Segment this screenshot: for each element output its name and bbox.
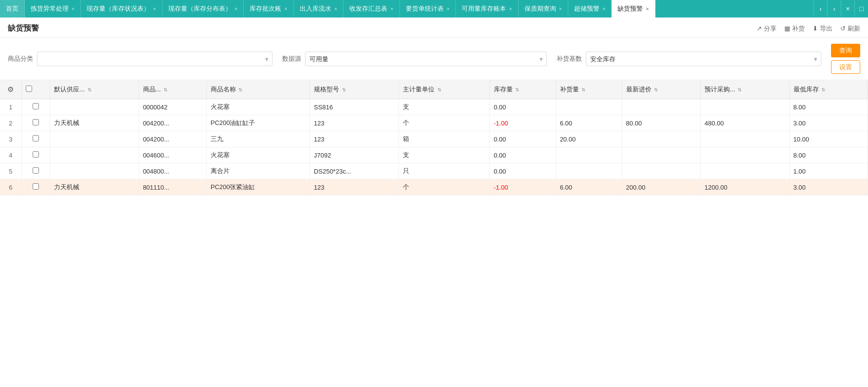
next-tab-button[interactable]: ›: [827, 0, 841, 18]
row-checkbox-cell[interactable]: [21, 131, 50, 147]
col-default-supplier[interactable]: 默认供应... ⇅: [50, 80, 139, 99]
tab-item-collect-total[interactable]: 收发存汇总表×: [344, 0, 399, 18]
col-stock-qty[interactable]: 库存量 ⇅: [489, 80, 556, 99]
row-checkbox[interactable]: [33, 135, 39, 141]
col-product-code-label: 商品...: [143, 86, 161, 93]
tab-item-expiry-query[interactable]: 保质期查询×: [519, 0, 568, 18]
tab-close-button[interactable]: ×: [72, 6, 74, 12]
refresh-icon: ↺: [840, 25, 846, 32]
row-stock-qty: 0.00: [489, 147, 556, 163]
page-header: 缺货预警 ↗ 分享 ▦ 补货 ⬇ 导出 ↺ 刷新: [0, 18, 868, 38]
column-settings-button[interactable]: ⚙: [6, 84, 15, 95]
tab-close-button[interactable]: ×: [559, 6, 562, 12]
col-spec[interactable]: 规格型号 ⇅: [310, 80, 399, 99]
row-checkbox[interactable]: [33, 167, 39, 174]
row-default-supplier: [50, 163, 139, 179]
tab-item-overstock[interactable]: 超储预警×: [568, 0, 612, 18]
filter-actions: 查询 设置: [831, 44, 860, 74]
tab-label: 库存批次账: [250, 4, 281, 13]
export-action[interactable]: ⬇ 导出: [813, 24, 832, 33]
tab-close-button[interactable]: ×: [509, 6, 512, 12]
col-product-name[interactable]: 商品名称 ⇅: [206, 80, 309, 99]
category-select[interactable]: [37, 52, 272, 66]
tab-item-inventory-dist[interactable]: 现存量（库存分布表）×: [163, 0, 244, 18]
replenish-basis-label: 补货基数: [557, 54, 582, 63]
row-checkbox[interactable]: [33, 103, 39, 109]
query-button[interactable]: 查询: [831, 44, 860, 57]
row-checkbox[interactable]: [33, 183, 39, 190]
datasource-select[interactable]: 可用量: [305, 52, 547, 66]
tab-item-inventory-status[interactable]: 现存量（库存状况表）×: [81, 0, 162, 18]
tab-item-batch-account[interactable]: 库存批次账×: [244, 0, 293, 18]
select-all-checkbox[interactable]: [26, 86, 32, 92]
tab-item-exception[interactable]: 拣货异常处理×: [25, 0, 81, 18]
row-product-code: 004600...: [139, 147, 206, 163]
settings-button[interactable]: 设置: [831, 60, 860, 74]
filter-area: 商品分类 数据源 可用量 补货基数 安全库存 查询: [0, 38, 868, 80]
col-product-code[interactable]: 商品... ⇅: [139, 80, 206, 99]
row-checkbox[interactable]: [33, 151, 39, 158]
row-product-name: 离合片: [206, 163, 309, 179]
tab-label: 首页: [6, 4, 18, 13]
row-latest-price: [622, 99, 700, 115]
table-row: 5 004800... 离合片 DS250*23c... 只 0.00 1.00: [0, 163, 868, 179]
replenish-basis-filter-group: 补货基数 安全库存: [557, 52, 821, 66]
col-settings[interactable]: ⚙: [0, 80, 21, 99]
row-num: 4: [0, 147, 21, 163]
row-checkbox-cell[interactable]: [21, 163, 50, 179]
col-est-purchase[interactable]: 预计采购... ⇅: [700, 80, 789, 99]
table-row: 6 力天机械 801110... PC200张紧油缸 123 个 -1.00 6…: [0, 179, 868, 195]
tab-close-button[interactable]: ×: [602, 6, 605, 12]
tab-close-button[interactable]: ×: [646, 6, 649, 12]
tab-item-order-stats[interactable]: 要货单统计表×: [400, 0, 456, 18]
tab-close-button[interactable]: ×: [334, 6, 337, 12]
maximize-button[interactable]: □: [854, 0, 868, 18]
tab-item-shortage[interactable]: 缺货预警×: [612, 0, 655, 18]
col-replenish-qty[interactable]: 补货量 ⇅: [556, 80, 622, 99]
replenish-action[interactable]: ▦ 补货: [784, 24, 805, 33]
page-title: 缺货预警: [8, 23, 39, 34]
close-window-button[interactable]: ×: [841, 0, 854, 18]
prev-tab-button[interactable]: ‹: [814, 0, 827, 18]
row-checkbox-cell[interactable]: [21, 179, 50, 195]
row-default-supplier: [50, 131, 139, 147]
row-checkbox[interactable]: [33, 119, 39, 125]
share-action[interactable]: ↗ 分享: [757, 24, 777, 33]
tab-item-home[interactable]: 首页: [0, 0, 25, 18]
row-product-name: PC200张紧油缸: [206, 179, 309, 195]
col-latest-price[interactable]: 最新进价 ⇅: [622, 80, 700, 99]
col-unit[interactable]: 主计量单位 ⇅: [398, 80, 489, 99]
col-latest-price-label: 最新进价: [626, 86, 651, 93]
col-replenish-qty-label: 补货量: [560, 86, 579, 93]
row-product-name: 火花塞: [206, 147, 309, 163]
col-min-stock[interactable]: 最低库存 ⇅: [789, 80, 868, 99]
col-unit-label: 主计量单位: [403, 86, 434, 93]
row-stock-qty: 0.00: [489, 131, 556, 147]
row-checkbox-cell[interactable]: [21, 147, 50, 163]
row-product-code: 004200...: [139, 115, 206, 131]
row-latest-price: [622, 163, 700, 179]
table-row: 3 004200... 三九 123 箱 0.00 20.00 10.00: [0, 131, 868, 147]
row-checkbox-cell[interactable]: [21, 99, 50, 115]
tab-close-button[interactable]: ×: [447, 6, 450, 12]
tab-close-button[interactable]: ×: [153, 6, 156, 12]
tab-close-button[interactable]: ×: [284, 6, 287, 12]
row-spec: 123: [310, 179, 399, 195]
share-label: 分享: [764, 24, 777, 33]
row-spec: DS250*23c...: [310, 163, 399, 179]
table-row: 4 004600... 火花塞 J7092 支 0.00 8.00: [0, 147, 868, 163]
tab-item-available-ledger[interactable]: 可用量库存账本×: [456, 0, 518, 18]
replenish-basis-select[interactable]: 安全库存: [586, 52, 821, 66]
row-num: 2: [0, 115, 21, 131]
col-unit-sort-icon: ⇅: [437, 87, 441, 92]
row-unit: 支: [398, 99, 489, 115]
row-num: 6: [0, 179, 21, 195]
row-checkbox-cell[interactable]: [21, 115, 50, 131]
row-product-code: 801110...: [139, 179, 206, 195]
col-default-supplier-sort-icon: ⇅: [88, 87, 91, 92]
row-replenish-qty: [556, 99, 622, 115]
tab-close-button[interactable]: ×: [235, 6, 237, 12]
refresh-action[interactable]: ↺ 刷新: [840, 24, 860, 33]
tab-item-inout-flow[interactable]: 出入库流水×: [294, 0, 344, 18]
tab-close-button[interactable]: ×: [390, 6, 393, 12]
